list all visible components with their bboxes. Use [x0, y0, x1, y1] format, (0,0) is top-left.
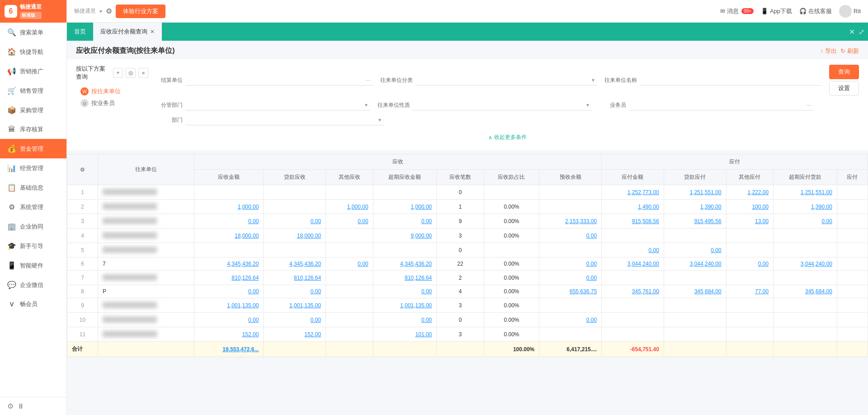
app-download-button[interactable]: 📱 App下载: [761, 7, 792, 15]
user-menu[interactable]: Rit: [839, 5, 861, 18]
download-icon: 📱: [761, 8, 768, 14]
sidebar-item-label: 企业协同: [20, 223, 43, 231]
sidebar-item-inventory[interactable]: 🏛 库存核算: [0, 120, 66, 139]
collapse-scheme-btn[interactable]: «: [138, 68, 148, 78]
subdept-select[interactable]: ▾: [185, 115, 384, 125]
th-other-rec: 其他应收: [326, 170, 373, 185]
target-scheme-btn[interactable]: ◎: [126, 68, 136, 78]
dropdown-icon: ▾: [592, 77, 594, 83]
tab-close-icon[interactable]: ✕: [150, 29, 155, 35]
online-service-button[interactable]: 🎧 在线客服: [799, 7, 832, 15]
trial-button[interactable]: 体验行业方案: [116, 5, 165, 18]
tab-close-window-icon[interactable]: ✕: [849, 28, 855, 36]
sidebar-item-label: 新手引导: [20, 242, 43, 250]
tab-maximize-icon[interactable]: ⤢: [859, 28, 864, 36]
dept-select[interactable]: ▾: [185, 100, 370, 110]
sales-icon: 🛒: [7, 86, 16, 95]
nature-dropdown-icon: ▾: [586, 102, 589, 108]
partner-category-select[interactable]: ▾: [415, 75, 598, 86]
setting-button[interactable]: 设置: [829, 81, 859, 95]
th-loan-rec: 贷款应收: [264, 170, 326, 185]
table-row: 2某某单位名称有限公司1,000.001,000.001,000.0010.00…: [67, 200, 868, 214]
header-gear-icon[interactable]: ⚙: [106, 7, 112, 15]
th-prepaid: 预收余额: [539, 170, 602, 185]
th-pay-amt: 应付金额: [602, 170, 664, 185]
refresh-label: 刷新: [847, 47, 859, 55]
sidebar-item-label: 搜索菜单: [20, 29, 43, 37]
settings-footer-icon[interactable]: ⚙: [7, 402, 14, 410]
subdept-dropdown-icon: ▾: [378, 117, 381, 123]
guide-icon: 🎓: [7, 242, 16, 250]
sidebar-item-search[interactable]: 🔍 搜索菜单: [0, 23, 66, 42]
sidebar-item-guide[interactable]: 🎓 新手引导: [0, 236, 66, 256]
th-rec-amt: 应收金额: [194, 170, 264, 185]
tab-home[interactable]: 首页: [67, 23, 93, 41]
footer-label: 合计: [67, 342, 98, 357]
purchase-icon: 📦: [7, 106, 16, 114]
table-row: 10某某单位名称有限公司0.000.000.0000.00%0.00: [67, 313, 868, 327]
export-icon: ↑: [821, 48, 824, 54]
enterprise-icon: 🏢: [7, 222, 16, 231]
export-button[interactable]: ↑ 导出: [821, 47, 837, 55]
sidebar-item-member[interactable]: V 畅会员: [0, 295, 66, 314]
tab-query[interactable]: 应收应付余额查询 ✕: [93, 23, 162, 41]
partner-name-input[interactable]: [640, 75, 822, 86]
sidebar-item-system[interactable]: ⚙ 系统管理: [0, 197, 66, 217]
table-row: 4某某单位名称有限公司18,000.0018,000.009,000.0030.…: [67, 229, 868, 243]
table-row: 1某某单位名称有限公司01,252,773.001,251,551.001,22…: [67, 185, 868, 200]
scheme-item-partner[interactable]: W 按往来单位: [76, 86, 148, 97]
header-right: ✉ 消息 99+ 📱 App下载 🎧 在线客服 Rit: [720, 5, 861, 18]
basic-icon: 📋: [7, 183, 16, 192]
th-overdue-rec: 超期应收金额: [373, 170, 437, 185]
sidebar-item-sales[interactable]: 🛒 销售管理: [0, 81, 66, 100]
partner-nature-select[interactable]: ▾: [413, 100, 592, 110]
footer-rec-count: [437, 342, 484, 357]
sidebar-footer: ⚙ ⏸: [0, 397, 66, 415]
sidebar-item-basic[interactable]: 📋 基础信息: [0, 178, 66, 197]
collapse-button[interactable]: ∧ 收起更多条件: [156, 132, 859, 143]
salesman-input[interactable]: ···: [629, 100, 814, 110]
partner-category-label: 往来单位分类: [380, 76, 413, 84]
filter-field-subdept: 部门 ▾: [156, 115, 384, 125]
add-scheme-btn[interactable]: +: [113, 68, 123, 78]
footer-overdue-rec: [373, 342, 437, 357]
sidebar-item-purchase[interactable]: 📦 采购管理: [0, 100, 66, 120]
table-row: 674,345,436.204,345,436.200.004,345,436.…: [67, 258, 868, 271]
header-dropdown-icon[interactable]: ▾: [99, 8, 102, 14]
page-actions: ↑ 导出 ↻ 刷新: [821, 47, 859, 55]
scheme-partner-label: 按往来单位: [91, 87, 121, 95]
header-breadcrumb: 畅捷通里: [74, 7, 96, 15]
tab-bar-actions: ✕ ⤢: [849, 28, 868, 36]
refresh-button[interactable]: ↻ 刷新: [840, 47, 859, 55]
filter-field-partner-name: 往来单位名称: [604, 75, 822, 86]
app-logo: 6 畅捷通里 标准版: [0, 0, 66, 23]
user-avatar: [839, 5, 852, 18]
scheme-dot: W: [80, 87, 89, 95]
management-icon: 📊: [7, 164, 16, 172]
sidebar-item-marketing[interactable]: 📢 营销推广: [0, 62, 66, 81]
collapse-footer-icon[interactable]: ⏸: [17, 402, 24, 410]
member-icon: V: [7, 301, 16, 308]
header-nav: 畅捷通里 ▾ ⚙ 体验行业方案: [74, 5, 715, 18]
messages-button[interactable]: ✉ 消息 99+: [720, 7, 754, 15]
filter-field-dept: 分管部门 ▾: [156, 100, 370, 110]
salesman-label: 业务员: [599, 101, 626, 109]
filter-scheme-area: 按以下方案查询 + ◎ « W 按往来单位 ⊙ 按业务员: [76, 65, 148, 145]
filter-field-settlement: 结算单位 ···: [156, 75, 373, 86]
table-row: 3某某单位名称有限公司0.000.000.000.0090.00%2,153,3…: [67, 214, 868, 229]
footer-loan-rec: [264, 342, 326, 357]
th-settings[interactable]: ⚙: [67, 154, 98, 185]
sidebar-item-finance[interactable]: 💰 资金管理: [0, 139, 66, 158]
sidebar-item-quicknav[interactable]: 🏠 快捷导航: [0, 42, 66, 62]
scheme-item-salesman[interactable]: ⊙ 按业务员: [76, 97, 148, 109]
sidebar-item-wechat[interactable]: 💬 企业微信: [0, 275, 66, 295]
sidebar-item-hardware[interactable]: 📱 智能硬件: [0, 256, 66, 275]
footer-partner: [98, 342, 194, 357]
table-body: 1某某单位名称有限公司01,252,773.001,251,551.001,22…: [67, 185, 868, 342]
sidebar-item-enterprise[interactable]: 🏢 企业协同: [0, 217, 66, 236]
table-row: 11某某单位名称有限公司152.00152.00101.0030.00%: [67, 327, 868, 342]
th-rec-ratio: 应收款占比: [484, 170, 539, 185]
settlement-input[interactable]: ···: [185, 75, 373, 86]
sidebar-item-management[interactable]: 📊 经营管理: [0, 158, 66, 178]
query-button[interactable]: 查询: [829, 65, 859, 79]
